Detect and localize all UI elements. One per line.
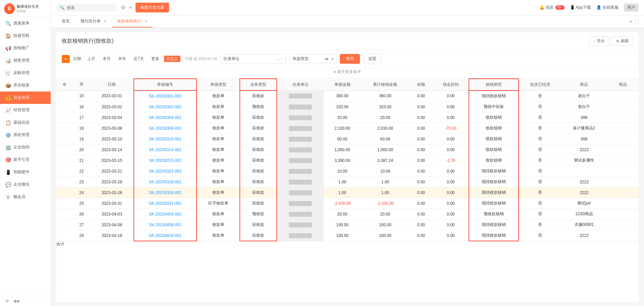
td-product1: 999 bbox=[561, 134, 607, 144]
online-service-btn[interactable]: 👤 在线客服 bbox=[596, 5, 619, 10]
sidebar-item-quick[interactable]: 🏠 快捷导航 bbox=[0, 29, 51, 42]
sidebar-item-hardware[interactable]: 📱 智能硬件 bbox=[0, 166, 51, 178]
topbar-dropdown-icon[interactable]: ▾ bbox=[129, 5, 131, 10]
td-yewu: 预收款 bbox=[240, 209, 277, 220]
th-gear[interactable]: ⚙ bbox=[56, 79, 73, 90]
td-bianhao: SK-20230304-001 bbox=[134, 112, 197, 123]
search-input[interactable] bbox=[67, 5, 107, 10]
sidebar-item-guide[interactable]: 🎯 新手引导 bbox=[0, 154, 51, 166]
td-product1: 999 bbox=[561, 112, 607, 123]
sidebar-item-basic[interactable]: 📋 基础信息 bbox=[0, 116, 51, 129]
sidebar-item-operation[interactable]: 📈 经营管理 bbox=[0, 104, 51, 116]
bianhao-link[interactable]: SK-20230302-002 bbox=[149, 105, 181, 109]
gear-icon[interactable]: ⚙ bbox=[121, 4, 125, 11]
collapse-icon[interactable]: ◀◀ bbox=[13, 299, 19, 303]
td-gear bbox=[56, 198, 73, 209]
td-product2 bbox=[607, 102, 639, 112]
expand-button[interactable]: ▾ 展开更多条件 bbox=[334, 69, 361, 75]
td-hexiao: 现结收款核销 bbox=[469, 187, 519, 198]
tab-close-all-icon[interactable]: ✕ bbox=[629, 19, 633, 24]
refresh-button[interactable]: ↻ 刷新 bbox=[612, 36, 633, 46]
td-date: 2023-04-03 bbox=[90, 209, 133, 220]
td-no: 26 bbox=[73, 209, 90, 220]
export-button[interactable]: ↑ 导出 bbox=[589, 36, 609, 46]
sidebar-item-system[interactable]: ⚙️ 系统管理 bbox=[0, 129, 51, 141]
td-balance: 0.00 bbox=[410, 166, 433, 177]
tab-expand-icon[interactable]: ⛶ bbox=[635, 19, 639, 24]
td-no: 19 bbox=[73, 134, 90, 144]
home-icon: 🏠 bbox=[5, 33, 11, 39]
td-settled: 否 bbox=[519, 90, 561, 102]
settings-bottom-icon[interactable]: ⚙ bbox=[5, 299, 9, 303]
td-yewu: 应收款 bbox=[240, 144, 277, 155]
filter-date-more[interactable]: 更多 bbox=[149, 55, 162, 63]
sidebar-item-enterprise[interactable]: 🏢 企业协同 bbox=[0, 141, 51, 154]
sidebar-label: 企业协同 bbox=[13, 144, 30, 150]
tabs: 首页 预付应付单 ✕ 收款核销执行 ✕ ✕ ⛶ bbox=[51, 15, 644, 28]
td-type: 收款单 bbox=[197, 134, 240, 144]
bianhao-link[interactable]: SK-20230328-001 bbox=[149, 180, 181, 184]
target-icon: 🎯 bbox=[5, 157, 11, 163]
query-button[interactable]: 查询 bbox=[340, 54, 360, 64]
tab-close-payable[interactable]: ✕ bbox=[104, 19, 106, 23]
bianhao-link[interactable]: SK-20230328-002 bbox=[149, 190, 181, 195]
td-discount: 0.00 bbox=[433, 220, 469, 230]
user-avatar[interactable]: 用户 bbox=[624, 3, 639, 12]
td-hexiao: 收款核销 bbox=[469, 144, 519, 155]
bianhao-link[interactable]: SK-20230331-002 bbox=[149, 201, 181, 206]
tabs-controls: ✕ ⛶ bbox=[629, 19, 639, 24]
sidebar-item-inventory[interactable]: 📦 库存核算 bbox=[0, 79, 51, 91]
td-settled: 否 bbox=[519, 198, 561, 209]
sidebar-item-marketing[interactable]: 📢 营销推广 bbox=[0, 42, 51, 54]
filter-settings-button[interactable]: 设置 bbox=[363, 54, 381, 64]
td-discount: 0.00 bbox=[433, 144, 469, 155]
bianhao-link[interactable]: SK-20230315-002 bbox=[149, 158, 181, 163]
solution-button[interactable]: 体验行业方案 bbox=[136, 3, 169, 12]
message-wrap[interactable]: 🔔 消息 99+ bbox=[539, 5, 565, 10]
bianhao-link[interactable]: SK-20230308-001 bbox=[149, 126, 181, 131]
td-yewu: 应收款 bbox=[240, 134, 277, 144]
tab-collection[interactable]: 收款核销执行 ✕ bbox=[112, 16, 152, 27]
filter-counterpart-wrap: 往来单位 ··· bbox=[220, 54, 286, 63]
bianhao-link[interactable]: SK-20230403-002 bbox=[149, 212, 181, 217]
filter-date-this-year[interactable]: 本年 bbox=[115, 55, 129, 63]
bianhao-link[interactable]: SK-20230304-001 bbox=[149, 115, 181, 120]
sidebar-item-sales[interactable]: 📊 销售管理 bbox=[0, 54, 51, 67]
sidebar-item-member[interactable]: V 畅会员 bbox=[0, 191, 51, 203]
tab-home[interactable]: 首页 bbox=[56, 16, 75, 27]
td-no: 16 bbox=[73, 102, 90, 112]
filter-counterpart-input[interactable] bbox=[241, 57, 275, 61]
td-type: 收款单 bbox=[197, 123, 240, 134]
filter-toggle-button[interactable]: » bbox=[62, 55, 70, 63]
td-counterpart: ████████ bbox=[277, 144, 324, 155]
bianhao-link[interactable]: SK-20230408-001 bbox=[149, 223, 181, 227]
sidebar-item-search[interactable]: 🔍 搜索菜单 bbox=[0, 17, 51, 29]
bianhao-link[interactable]: SK-20230314-001 bbox=[149, 147, 181, 152]
filter-type-select[interactable] bbox=[311, 56, 329, 62]
td-verified: 3,387.24 bbox=[361, 155, 410, 166]
filter-custom-button[interactable]: 自定义 bbox=[164, 56, 180, 62]
bianhao-link[interactable]: SK-20230321-003 bbox=[149, 169, 181, 174]
filter-more-dots[interactable]: ··· bbox=[277, 56, 283, 62]
td-settled: 否 bbox=[519, 230, 561, 241]
td-bianhao: SK-20230301-002 bbox=[134, 90, 197, 102]
table-wrap[interactable]: ⚙ 序 日期 单据编号 单据类型 业务类型 往来单位 单据金额 累计核销金额 余… bbox=[56, 78, 639, 302]
td-settled: 否 bbox=[519, 166, 561, 177]
filter-date-last-month[interactable]: 上月 bbox=[85, 55, 98, 63]
td-discount: 0.00 bbox=[433, 198, 469, 209]
topbar-actions: 🔔 消息 99+ 📱 App下载 👤 在线客服 用户 bbox=[539, 3, 639, 12]
filter-date-this-month[interactable]: 本月 bbox=[100, 55, 113, 63]
sidebar-item-wechat[interactable]: 💬 企业微信 bbox=[0, 178, 51, 191]
bianhao-link[interactable]: SK-20230301-002 bbox=[149, 94, 181, 99]
filter-date-7days[interactable]: 近7天 bbox=[131, 55, 147, 63]
tab-payable[interactable]: 预付应付单 ✕ bbox=[75, 16, 112, 27]
sidebar-item-purchase[interactable]: 🛒 采购管理 bbox=[0, 67, 51, 79]
td-settled: 否 bbox=[519, 155, 561, 166]
bianhao-link[interactable]: SK-20230310-001 bbox=[149, 137, 181, 141]
sidebar-item-finance[interactable]: 💰 资金管理 bbox=[0, 91, 51, 104]
th-balance: 余额 bbox=[410, 79, 433, 90]
bianhao-link[interactable]: SK-20230418-001 bbox=[149, 233, 181, 238]
app-download-btn[interactable]: 📱 App下载 bbox=[570, 5, 591, 10]
tab-close-collection[interactable]: ✕ bbox=[145, 19, 147, 23]
td-type: 收款单 bbox=[197, 187, 240, 198]
